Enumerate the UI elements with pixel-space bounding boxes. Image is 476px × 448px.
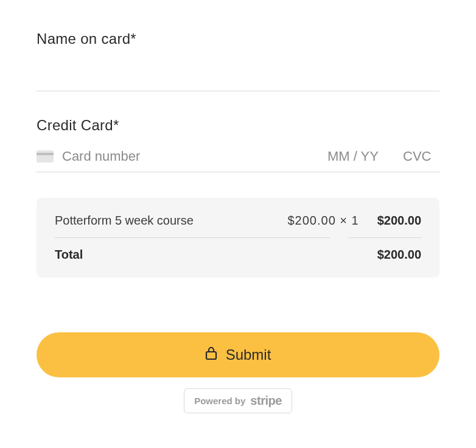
- svg-rect-0: [206, 352, 216, 359]
- credit-card-label: Credit Card*: [37, 117, 439, 134]
- submit-button-label: Submit: [226, 346, 271, 363]
- credit-card-row: [37, 139, 439, 172]
- total-row: Total $200.00: [55, 248, 421, 262]
- order-summary: Potterform 5 week course $200.00 × 1 $20…: [37, 198, 439, 278]
- card-expiry-input[interactable]: [327, 149, 394, 164]
- submit-button[interactable]: Submit: [37, 332, 439, 377]
- name-on-card-input[interactable]: [37, 52, 439, 91]
- total-amount: $200.00: [377, 248, 421, 262]
- card-number-input[interactable]: [62, 149, 319, 164]
- powered-by-stripe-badge[interactable]: Powered by stripe: [184, 388, 292, 413]
- line-item-amount: $200.00: [377, 214, 421, 228]
- powered-by-container: Powered by stripe: [37, 388, 439, 413]
- line-item-name: Potterform 5 week course: [55, 214, 287, 228]
- stripe-logo: stripe: [250, 394, 281, 408]
- credit-card-field: Credit Card*: [37, 117, 439, 172]
- line-item-row: Potterform 5 week course $200.00 × 1 $20…: [55, 214, 421, 237]
- name-on-card-label: Name on card*: [37, 30, 439, 47]
- card-cvc-input[interactable]: [403, 149, 439, 164]
- lock-icon: [205, 346, 217, 364]
- total-label: Total: [55, 248, 377, 262]
- line-item-qty: $200.00 × 1: [287, 214, 359, 228]
- summary-divider: [55, 237, 421, 238]
- card-icon: [37, 150, 54, 163]
- powered-by-text: Powered by: [194, 396, 245, 406]
- name-on-card-field: Name on card*: [37, 30, 439, 91]
